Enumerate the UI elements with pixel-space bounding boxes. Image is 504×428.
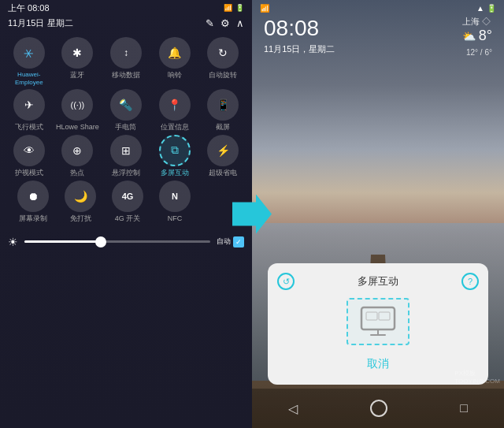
multi-screen-icon-wrap: ⧉ xyxy=(159,135,191,166)
monitor-svg xyxy=(358,306,398,337)
brightness-row: ☀ 自动 ✓ xyxy=(0,229,252,255)
airplane-icon-wrap: ✈ xyxy=(13,89,45,121)
qs-eye-protect-label: 护视模式 xyxy=(15,169,43,177)
screen-record-icon: ⏺ xyxy=(28,190,39,203)
qs-hotspot[interactable]: ⊕ 热点 xyxy=(55,135,99,177)
right-status-left-icons: 📶 xyxy=(260,4,269,13)
svg-rect-4 xyxy=(379,312,390,320)
location-label: 上海 ◇ xyxy=(462,16,491,28)
no-disturb-icon-wrap: 🌙 xyxy=(65,181,96,212)
qs-hotspot-label: 热点 xyxy=(70,169,84,177)
bluetooth-icon-wrap: ✱ xyxy=(61,37,93,69)
qs-screen-record[interactable]: ⏺ 屏幕录制 xyxy=(11,181,55,223)
qs-mobile-data[interactable]: ↕ 移动数据 xyxy=(104,37,148,86)
right-status-right-icons: ▲ 🔋 xyxy=(476,4,496,13)
home-button[interactable] xyxy=(370,400,387,417)
left-time: 上午 08:08 xyxy=(8,2,50,14)
eye-protect-icon-wrap: 👁 xyxy=(13,135,45,166)
qs-multi-screen-label: 多屏互动 xyxy=(161,169,189,177)
brightness-thumb xyxy=(95,236,106,247)
qs-bluetooth-label: 蓝牙 xyxy=(70,71,84,80)
dialog-help-icon[interactable]: ? xyxy=(461,273,479,290)
right-date: 11月15日，星期二 xyxy=(264,43,335,55)
screenshot-icon: 📱 xyxy=(217,99,230,111)
qs-nfc[interactable]: N NFC xyxy=(153,181,197,223)
qs-auto-rotate-label: 自动旋转 xyxy=(209,71,237,80)
airplane-icon: ✈ xyxy=(24,99,34,111)
qs-flashlight[interactable]: 🔦 手电筒 xyxy=(104,89,148,132)
brightness-auto: 自动 ✓ xyxy=(217,236,244,247)
right-bottom-nav: ◁ □ xyxy=(252,389,504,428)
flashlight-icon-wrap: 🔦 xyxy=(110,89,142,121)
qs-airplane-label: 飞行模式 xyxy=(15,123,43,132)
qs-row-3: 👁 护视模式 ⊕ 热点 ⊞ 悬浮控制 ⧉ 多屏互动 xyxy=(5,135,247,177)
hotspot-icon: ⊕ xyxy=(72,144,82,157)
dialog-cancel-button[interactable]: 取消 xyxy=(277,353,479,375)
qs-airplane[interactable]: ✈ 飞行模式 xyxy=(7,89,51,132)
wifi-status-icon: ▲ xyxy=(476,4,484,13)
screen-record-icon-wrap: ⏺ xyxy=(17,181,49,212)
hishare-icon-wrap: ((·)) xyxy=(61,89,93,121)
qs-no-disturb[interactable]: 🌙 免打扰 xyxy=(58,181,102,223)
power-save-icon: ⚡ xyxy=(217,144,230,157)
svg-rect-2 xyxy=(370,334,386,336)
watermark: PX模板TOOYING.COM xyxy=(454,369,500,385)
qs-float-control[interactable]: ⊞ 悬浮控制 xyxy=(104,135,148,177)
collapse-icon[interactable]: ∧ xyxy=(236,17,244,29)
qs-eye-protect[interactable]: 👁 护视模式 xyxy=(7,135,51,177)
qs-no-disturb-label: 免打扰 xyxy=(70,214,91,223)
qs-wifi-label: Huawei-Employee xyxy=(15,71,43,86)
qs-flashlight-label: 手电筒 xyxy=(115,123,136,132)
qs-row-2: ✈ 飞行模式 ((·)) HLowe Share 🔦 手电筒 📍 xyxy=(5,89,247,132)
location-icon: 📍 xyxy=(168,99,181,111)
brightness-fill xyxy=(24,240,98,243)
watermark-text: PX模板TOOYING.COM xyxy=(454,370,500,385)
qs-hishare-label: HLowe Share xyxy=(56,123,99,132)
4g-icon-wrap: 4G xyxy=(112,181,143,212)
back-button[interactable]: ◁ xyxy=(288,401,298,416)
dialog-title: 多屏互动 xyxy=(295,274,461,288)
wifi-icon-wrap: ⚹ xyxy=(13,37,45,69)
left-status-icons: 📶 🔋 xyxy=(224,4,244,12)
weather-temp: 8° xyxy=(479,28,492,44)
qs-screenshot[interactable]: 📱 截屏 xyxy=(201,89,245,132)
qs-multi-screen[interactable]: ⧉ 多屏互动 xyxy=(153,135,197,177)
volume-icon: 🔔 xyxy=(168,47,181,59)
svg-rect-3 xyxy=(366,312,377,320)
qs-power-save[interactable]: ⚡ 超级省电 xyxy=(201,135,245,177)
battery-status-icon: 🔋 xyxy=(487,4,496,13)
qs-row-4: ⏺ 屏幕录制 🌙 免打扰 4G 4G 开关 N NFC xyxy=(5,181,247,223)
dialog-refresh-icon[interactable]: ↺ xyxy=(277,273,295,290)
qs-mobile-data-label: 移动数据 xyxy=(112,71,140,80)
nfc-icon-wrap: N xyxy=(159,181,191,212)
signal-strength-icon: 📶 xyxy=(260,4,269,13)
qs-4g-label: 4G 开关 xyxy=(115,214,141,223)
edit-icon[interactable]: ✎ xyxy=(206,17,214,29)
right-panel: 📶 ▲ 🔋 08:08 上海 ◇ ⛅ 8° 12° / 6° 11月15日，星期… xyxy=(252,0,504,428)
brightness-slider[interactable] xyxy=(24,240,210,243)
qs-auto-rotate[interactable]: ↻ 自动旋转 xyxy=(201,37,245,86)
qs-location[interactable]: 📍 位置信息 xyxy=(153,89,197,132)
left-panel: 上午 08:08 📶 🔋 11月15日 星期二 ✎ ⚙ ∧ ⚹ Huawei-E… xyxy=(0,0,252,428)
qs-hishare[interactable]: ((·)) HLowe Share xyxy=(55,89,99,132)
qs-row-1: ⚹ Huawei-Employee ✱ 蓝牙 ↕ 移动数据 xyxy=(5,37,247,86)
screenshot-icon-wrap: 📱 xyxy=(207,89,239,121)
qs-volume-label: 响铃 xyxy=(168,71,182,80)
qs-float-control-label: 悬浮控制 xyxy=(112,169,140,177)
recents-button[interactable]: □ xyxy=(460,401,468,415)
qs-wifi[interactable]: ⚹ Huawei-Employee xyxy=(7,37,51,86)
right-time: 08:08 xyxy=(264,16,319,41)
mobile-data-icon-wrap: ↕ xyxy=(110,37,142,69)
dialog-screen-icon-box[interactable] xyxy=(346,298,410,345)
weather-info: 上海 ◇ ⛅ 8° 12° / 6° xyxy=(462,16,492,58)
multi-screen-icon: ⧉ xyxy=(171,143,179,157)
qs-bluetooth[interactable]: ✱ 蓝牙 xyxy=(55,37,99,86)
float-control-icon: ⊞ xyxy=(121,144,131,157)
left-date-icons: ✎ ⚙ ∧ xyxy=(206,17,244,29)
qs-volume[interactable]: 🔔 响铃 xyxy=(153,37,197,86)
quick-settings-grid: ⚹ Huawei-Employee ✱ 蓝牙 ↕ 移动数据 xyxy=(0,34,252,229)
float-control-icon-wrap: ⊞ xyxy=(110,135,142,166)
settings-icon[interactable]: ⚙ xyxy=(220,17,230,29)
qs-4g[interactable]: 4G 4G 开关 xyxy=(106,181,150,223)
eye-protect-icon: 👁 xyxy=(24,144,35,157)
